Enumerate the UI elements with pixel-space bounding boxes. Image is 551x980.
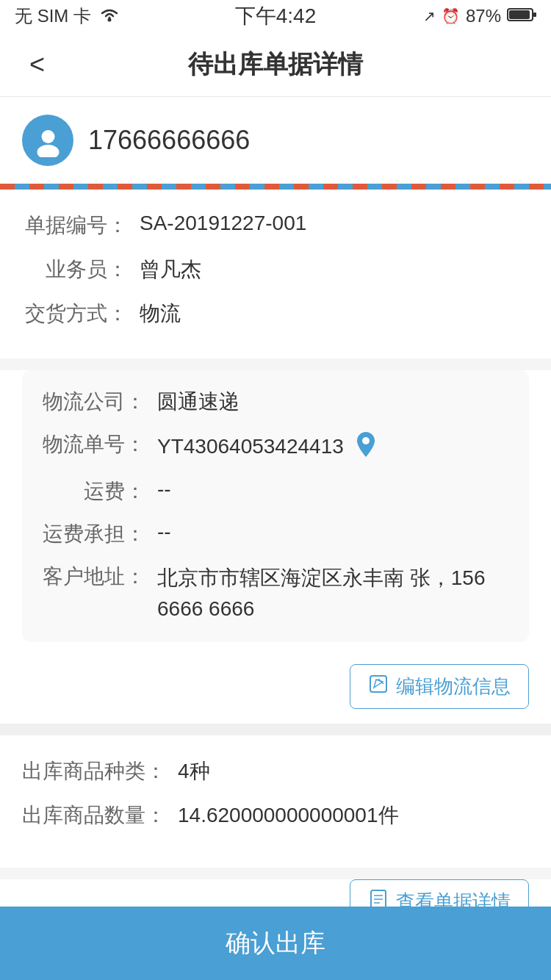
logistics-tracking-label: 物流单号： [40,430,157,458]
order-info-section: 单据编号： SA-20191227-001 业务员： 曾凡杰 交货方式： 物流 [0,190,551,359]
freight-row: 运费： -- [40,478,511,505]
battery-text: 87% [466,6,501,26]
confirm-outbound-button[interactable]: 确认出库 [226,926,325,960]
address-value: 北京市市辖区海淀区永丰南 张，156 6666 6666 [157,563,511,624]
status-right: ↗ ⏰ 87% [423,6,536,26]
goods-quantity-row: 出库商品数量： 14.620000000000001件 [22,801,529,829]
delivery-method-value: 物流 [140,300,529,328]
nav-bar: < 待出库单据详情 [0,32,551,97]
svg-point-4 [41,130,54,143]
goods-quantity-value: 14.620000000000001件 [178,801,529,829]
page-title: 待出库单据详情 [188,48,363,82]
user-section: 17666666666 [0,97,551,184]
back-button[interactable]: < [22,42,52,87]
svg-point-6 [362,437,370,444]
goods-quantity-label: 出库商品数量： [22,801,178,829]
sales-person-row: 业务员： 曾凡杰 [22,256,529,284]
edit-logistics-button[interactable]: 编辑物流信息 [350,664,529,709]
address-row: 客户地址： 北京市市辖区海淀区永丰南 张，156 6666 6666 [40,563,511,624]
logistics-company-label: 物流公司： [40,388,157,416]
tracking-location-icon[interactable] [354,430,378,463]
freight-bear-label: 运费承担： [40,520,157,548]
edit-logistics-label: 编辑物流信息 [396,674,511,699]
svg-rect-2 [509,10,530,19]
user-phone: 17666666666 [88,125,250,156]
logistics-tracking-value: YT43064053424413 [157,430,511,463]
carrier-text: 无 SIM 卡 [15,4,91,28]
dashed-divider [0,184,551,190]
location-service-icon: ↗ [423,7,436,25]
confirm-btn-container: 确认出库 [0,907,551,980]
goods-types-label: 出库商品种类： [22,757,178,785]
logistics-tracking-row: 物流单号： YT43064053424413 [40,430,511,463]
logistics-company-value: 圆通速递 [157,388,511,416]
goods-section: 出库商品种类： 4种 出库商品数量： 14.620000000000001件 [0,735,551,868]
freight-label: 运费： [40,478,157,505]
svg-point-0 [108,18,112,22]
wifi-icon [98,6,120,26]
sales-person-value: 曾凡杰 [140,256,529,284]
edit-icon [368,674,389,699]
freight-value: -- [157,478,511,501]
delivery-method-row: 交货方式： 物流 [22,300,529,328]
sales-person-label: 业务员： [22,256,140,284]
goods-types-value: 4种 [178,757,529,785]
order-no-row: 单据编号： SA-20191227-001 [22,212,529,239]
logistics-card: 物流公司： 圆通速递 物流单号： YT43064053424413 运费： --… [22,370,529,642]
delivery-method-label: 交货方式： [22,300,140,328]
battery-icon [507,6,536,26]
logistics-company-row: 物流公司： 圆通速递 [40,388,511,416]
avatar [22,115,73,166]
svg-rect-3 [533,12,536,17]
address-label: 客户地址： [40,563,157,591]
goods-types-row: 出库商品种类： 4种 [22,757,529,785]
section-divider [0,724,551,735]
order-no-label: 单据编号： [22,212,140,239]
freight-bear-row: 运费承担： -- [40,520,511,548]
status-time: 下午4:42 [235,2,317,30]
status-bar: 无 SIM 卡 下午4:42 ↗ ⏰ 87% [0,0,551,32]
svg-rect-7 [370,676,386,692]
freight-bear-value: -- [157,520,511,544]
edit-btn-row: 编辑物流信息 [0,664,551,724]
order-no-value: SA-20191227-001 [140,212,529,235]
svg-point-5 [37,145,59,157]
alarm-icon: ⏰ [442,7,460,25]
status-left: 无 SIM 卡 [15,4,120,28]
